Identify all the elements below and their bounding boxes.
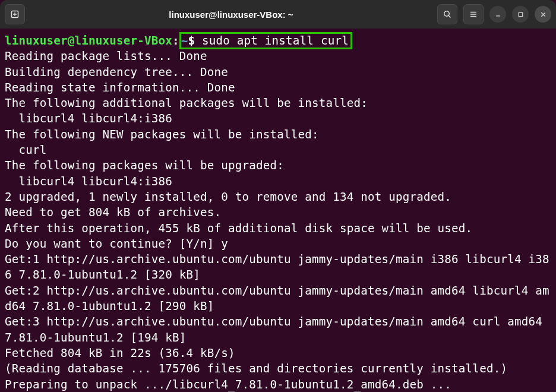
prompt-path: ~ [181, 34, 188, 48]
output-line: Get:2 http://us.archive.ubuntu.com/ubunt… [5, 283, 551, 315]
close-button[interactable] [535, 6, 551, 23]
output-line: Building dependency tree... Done [5, 65, 551, 80]
new-tab-icon [10, 10, 20, 19]
prompt-separator: : [172, 34, 179, 48]
svg-point-1 [444, 11, 449, 16]
output-line: Reading package lists... Done [5, 49, 551, 64]
output-line: Need to get 804 kB of archives. [5, 205, 551, 220]
output-line: The following NEW packages will be insta… [5, 127, 551, 143]
terminal-output: Reading package lists... DoneBuilding de… [5, 49, 551, 392]
search-button[interactable] [437, 4, 457, 24]
titlebar-left [5, 4, 25, 24]
output-line: Do you want to continue? [Y/n] y [5, 236, 551, 252]
minimize-button[interactable] [489, 6, 506, 23]
titlebar-right [437, 4, 551, 24]
output-line: libcurl4 libcurl4:i386 [5, 111, 551, 127]
maximize-icon [517, 11, 525, 18]
output-line: The following packages will be upgraded: [5, 158, 551, 173]
output-line: Get:1 http://us.archive.ubuntu.com/ubunt… [5, 252, 551, 283]
prompt-symbol: $ [188, 34, 203, 48]
output-line: curl [5, 143, 551, 158]
output-line: libcurl4 libcurl4:i386 [5, 174, 551, 189]
terminal-content[interactable]: linuxuser@linuxuser-VBox:~$ sudo apt ins… [0, 29, 556, 392]
search-icon [443, 10, 452, 19]
highlighted-command: ~$ sudo apt install curl [179, 32, 352, 49]
output-line: 2 upgraded, 1 newly installed, 0 to remo… [5, 189, 551, 205]
output-line: Get:3 http://us.archive.ubuntu.com/ubunt… [5, 314, 551, 346]
output-line: Preparing to unpack .../libcurl4_7.81.0-… [5, 377, 551, 392]
output-line: (Reading database ... 175706 files and d… [5, 361, 551, 377]
output-line: After this operation, 455 kB of addition… [5, 221, 551, 236]
new-tab-button[interactable] [5, 4, 25, 24]
output-line: Fetched 804 kB in 22s (36.4 kB/s) [5, 346, 551, 361]
titlebar: linuxuser@linuxuser-VBox: ~ [0, 0, 556, 29]
window-title: linuxuser@linuxuser-VBox: ~ [30, 10, 432, 20]
svg-rect-2 [519, 12, 523, 17]
maximize-button[interactable] [512, 6, 529, 23]
output-line: The following additional packages will b… [5, 96, 551, 111]
output-line: Reading state information... Done [5, 80, 551, 96]
minimize-icon [494, 11, 502, 18]
menu-button[interactable] [463, 4, 484, 24]
close-icon [539, 11, 547, 18]
command-text: sudo apt install curl [202, 34, 349, 48]
hamburger-icon [469, 10, 478, 19]
prompt-user-host: linuxuser@linuxuser-VBox [5, 34, 172, 48]
